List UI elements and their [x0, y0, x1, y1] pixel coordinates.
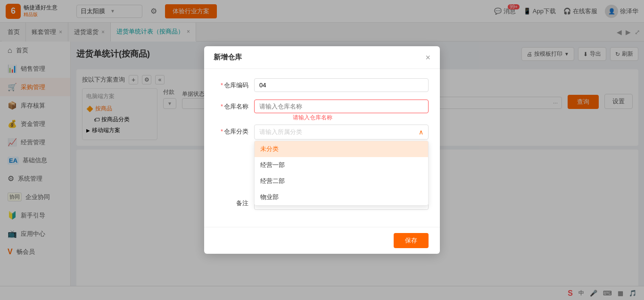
name-input-wrapper: 请输入仓库名称	[254, 100, 429, 113]
required-star-name: *	[221, 103, 223, 110]
required-star-category: *	[221, 128, 223, 135]
category-dropdown-list: 未分类 经营一部 经营二部 物业部	[254, 141, 429, 206]
dropdown-item-ops1[interactable]: 经营一部	[255, 157, 428, 173]
name-error-message: 请输入仓库名称	[293, 114, 332, 122]
modal-title: 新增仓库	[214, 53, 242, 62]
category-label: *仓库分类	[215, 125, 248, 136]
modal-close-button[interactable]: ×	[425, 53, 430, 62]
required-star-code: *	[221, 82, 223, 89]
form-row-code: *仓库编码	[215, 78, 429, 92]
modal-body: *仓库编码 *仓库名称 请输入仓库名称 *仓库分类 请输入所属分类 ∧	[204, 69, 440, 227]
name-label: *仓库名称	[215, 100, 248, 111]
modal-footer: 保存	[204, 227, 440, 254]
dropdown-item-ops2[interactable]: 经营二部	[255, 173, 428, 189]
name-input[interactable]	[254, 100, 429, 113]
add-warehouse-modal: 新增仓库 × *仓库编码 *仓库名称 请输入仓库名称 *仓库分类	[204, 46, 440, 254]
code-label: *仓库编码	[215, 78, 248, 90]
dropdown-up-arrow: ∧	[419, 128, 423, 136]
remark-label: 备注	[215, 196, 248, 208]
modal-header: 新增仓库 ×	[204, 46, 440, 69]
code-input[interactable]	[254, 78, 429, 92]
dropdown-item-uncategorized[interactable]: 未分类	[255, 141, 428, 157]
category-dropdown-wrapper: 请输入所属分类 ∧ 未分类 经营一部 经营二部 物业部	[254, 125, 429, 140]
category-placeholder: 请输入所属分类	[259, 128, 302, 136]
form-row-name: *仓库名称 请输入仓库名称	[215, 100, 429, 113]
form-row-category: *仓库分类 请输入所属分类 ∧ 未分类 经营一部 经营二部 物业部	[215, 125, 429, 140]
save-button[interactable]: 保存	[394, 233, 429, 248]
dropdown-item-property[interactable]: 物业部	[255, 189, 428, 205]
category-dropdown[interactable]: 请输入所属分类 ∧	[254, 125, 429, 140]
